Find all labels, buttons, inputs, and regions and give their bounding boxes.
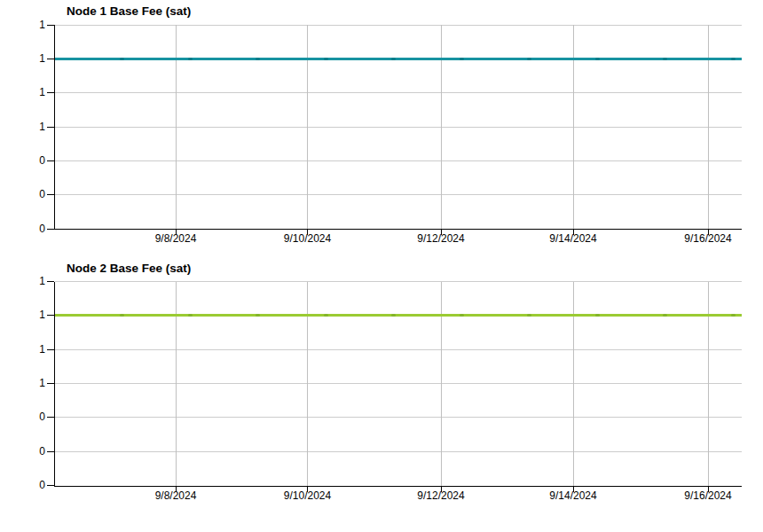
data-point-marker <box>188 58 193 60</box>
y-axis-tick <box>47 451 54 452</box>
x-axis-label: 9/12/2024 <box>401 232 481 245</box>
x-axis-label: 9/10/2024 <box>268 232 348 245</box>
y-axis-tick <box>47 315 54 316</box>
y-axis-tick <box>47 417 54 418</box>
data-point-marker <box>595 314 600 317</box>
data-point-marker <box>460 58 464 60</box>
y-axis-label: 1 <box>26 309 45 322</box>
horizontal-gridline <box>55 417 742 418</box>
y-axis-tick <box>47 485 54 486</box>
vertical-gridline <box>708 25 709 229</box>
y-axis-tick <box>47 160 54 161</box>
y-axis-label: 0 <box>26 188 45 201</box>
y-axis-label: 0 <box>26 479 45 492</box>
data-point-marker <box>731 314 735 317</box>
y-axis-label: 1 <box>26 377 45 390</box>
data-point-marker <box>324 314 328 317</box>
x-axis-label: 9/10/2024 <box>268 489 348 502</box>
y-axis-label: 1 <box>26 19 45 32</box>
chart-node2-base-fee: Node 2 Base Fee (sat) 11110009/8/20249/1… <box>0 257 763 514</box>
plot-area-node1: 11110009/8/20249/10/20249/12/20249/14/20… <box>54 25 742 230</box>
data-point-marker <box>120 58 124 60</box>
horizontal-gridline <box>55 349 742 350</box>
data-point-marker <box>256 58 260 60</box>
y-axis-tick <box>47 25 54 26</box>
vertical-gridline <box>176 25 177 229</box>
vertical-gridline <box>307 282 308 486</box>
chart-node1-base-fee: Node 1 Base Fee (sat) 11110009/8/20249/1… <box>0 0 763 257</box>
horizontal-gridline <box>55 281 742 282</box>
horizontal-gridline <box>55 25 742 26</box>
y-axis-label: 1 <box>26 275 45 288</box>
vertical-gridline <box>441 25 442 229</box>
vertical-gridline <box>307 25 308 229</box>
vertical-gridline <box>573 25 574 229</box>
x-axis-label: 9/14/2024 <box>533 232 613 245</box>
x-axis-label: 9/8/2024 <box>136 489 216 502</box>
vertical-gridline <box>441 282 442 486</box>
x-axis-label: 9/14/2024 <box>533 489 613 502</box>
vertical-gridline <box>708 282 709 486</box>
y-axis-tick <box>47 92 54 93</box>
chart-title-node1: Node 1 Base Fee (sat) <box>67 4 191 18</box>
data-point-marker <box>188 314 193 317</box>
x-axis-label: 9/8/2024 <box>136 232 216 245</box>
x-axis-label: 9/16/2024 <box>668 232 748 245</box>
data-point-marker <box>324 58 328 60</box>
y-axis-label: 0 <box>26 223 45 236</box>
plot-area-node2: 11110009/8/20249/10/20249/12/20249/14/20… <box>54 282 742 487</box>
y-axis-tick <box>47 127 54 128</box>
y-axis-tick <box>47 229 54 230</box>
series-line-2 <box>55 314 742 317</box>
horizontal-gridline <box>55 92 742 93</box>
x-axis-label: 9/12/2024 <box>401 489 481 502</box>
y-axis-label: 1 <box>26 52 45 66</box>
data-point-marker <box>731 58 735 60</box>
y-axis-label: 1 <box>26 86 45 99</box>
data-point-marker <box>663 58 667 60</box>
y-axis-label: 0 <box>26 411 45 424</box>
vertical-gridline <box>573 282 574 486</box>
vertical-gridline <box>176 282 177 486</box>
base-fee-charts-page: Node 1 Base Fee (sat) 11110009/8/20249/1… <box>0 0 763 532</box>
x-axis-label: 9/16/2024 <box>668 489 748 502</box>
horizontal-gridline <box>55 127 742 128</box>
y-axis-label: 0 <box>26 445 45 458</box>
y-axis-tick <box>47 383 54 384</box>
y-axis-label: 1 <box>26 343 45 356</box>
y-axis-label: 0 <box>26 154 45 168</box>
data-point-marker <box>460 314 464 317</box>
y-axis-tick <box>47 194 54 195</box>
horizontal-gridline <box>55 451 742 452</box>
data-point-marker <box>595 58 600 60</box>
series-line-1 <box>55 58 742 60</box>
y-axis-tick <box>47 59 54 59</box>
chart-title-node2: Node 2 Base Fee (sat) <box>67 262 191 275</box>
y-axis-label: 1 <box>26 121 45 134</box>
horizontal-gridline <box>55 194 742 195</box>
y-axis-tick <box>47 281 54 282</box>
horizontal-gridline <box>55 383 742 384</box>
y-axis-tick <box>47 349 54 350</box>
data-point-marker <box>391 58 396 60</box>
horizontal-gridline <box>55 160 742 161</box>
data-point-marker <box>527 58 531 60</box>
